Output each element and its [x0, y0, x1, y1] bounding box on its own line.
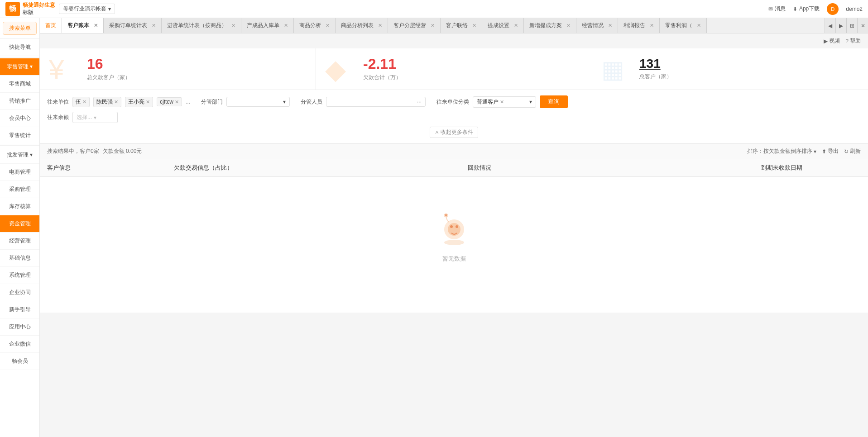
search-menu-button[interactable]: 搜索菜单	[3, 22, 37, 35]
top-bar-left: 畅 畅捷通好生意 标版 母婴行业演示帐套 ▾	[5, 2, 115, 16]
tab-close-all[interactable]: ✕	[857, 18, 868, 33]
sidebar-item-quick-nav[interactable]: 快捷导航	[0, 39, 39, 56]
result-bar-right: 排序：按欠款金额倒序排序 ▾ ⬆ 导出 ↻ 刷新	[747, 147, 861, 155]
filter-tag-close[interactable]: ✕	[146, 99, 150, 105]
sidebar-divider-2	[0, 145, 39, 146]
tab-close-icon[interactable]: ✕	[608, 23, 612, 28]
stat-card-overdue-total: ◆ -2.11 欠款合计（万）	[316, 48, 592, 90]
filter-tag-normal-customer[interactable]: 普通客户 ✕	[477, 98, 504, 106]
tab-retail-profit[interactable]: 零售利润（ ✕	[660, 18, 707, 33]
sort-button[interactable]: 排序：按欠款金额倒序排序 ▾	[747, 147, 816, 155]
sidebar-item-batch-mgmt[interactable]: 批发管理 ▾	[0, 147, 39, 164]
filter-row-2: 往来余额 选择... ▾	[47, 112, 861, 123]
tab-label: 商品分析列表	[341, 22, 374, 29]
tab-business-status[interactable]: 经营情况 ✕	[576, 18, 618, 33]
result-bar-left: 搜索结果中，客户0家 欠款金额 0.00元	[47, 147, 142, 155]
tab-close-icon[interactable]: ✕	[431, 23, 435, 28]
tab-profit-report[interactable]: 利润报告 ✕	[618, 18, 660, 33]
table-section: 客户信息 欠款交易信息（占比） 回款情况 到期未收款日期	[40, 159, 868, 313]
sidebar-item-member-center[interactable]: 会员中心	[0, 110, 39, 127]
export-button[interactable]: ⬆ 导出	[822, 147, 839, 155]
tab-label: 经营情况	[582, 22, 604, 29]
tab-close-icon[interactable]: ✕	[697, 23, 701, 28]
filter-category-select[interactable]: 普通客户 ✕ ▾	[473, 96, 536, 108]
tab-product-analysis-list[interactable]: 商品分析列表 ✕	[336, 18, 388, 33]
stat-label-overdue-customers: 总欠款客户（家）	[87, 74, 305, 81]
filter-tag-wu[interactable]: 伍 ✕	[72, 97, 90, 107]
stats-section: ▶ 视频 ? 帮助 ¥ 16 总欠款客户（家）	[40, 33, 868, 90]
filter-tag-chen[interactable]: 陈民强 ✕	[93, 97, 121, 107]
filter-tag-close[interactable]: ✕	[175, 99, 179, 105]
sidebar-item-inventory[interactable]: 库存核算	[0, 198, 39, 215]
question-icon: ?	[845, 38, 849, 44]
stat-label-overdue-total: 欠款合计（万）	[363, 74, 581, 81]
sidebar-item-new-guide[interactable]: 新手引导	[0, 301, 39, 318]
video-link[interactable]: ▶ 视频	[824, 37, 840, 45]
avatar[interactable]: D	[827, 3, 839, 15]
sidebar-item-retail-mall[interactable]: 零售商城	[0, 76, 39, 93]
sidebar-item-vip-member[interactable]: 畅会员	[0, 353, 39, 370]
filter-balance-input[interactable]: 选择... ▾	[72, 112, 118, 123]
filter-dept-select[interactable]: ▾	[226, 97, 290, 107]
tab-close-icon[interactable]: ✕	[472, 23, 476, 28]
tab-raise-settings[interactable]: 提成设置 ✕	[482, 18, 524, 33]
filter-tag-wang[interactable]: 王小亮 ✕	[125, 97, 153, 107]
tab-purchase-order-stats[interactable]: 采购订单统计表 ✕	[104, 18, 162, 33]
message-icon: ✉	[768, 6, 773, 12]
sidebar-item-sys-mgmt[interactable]: 系统管理	[0, 267, 39, 284]
collapse-button[interactable]: ∧ 收起更多条件	[430, 127, 478, 138]
tab-scroll-left[interactable]: ◀	[825, 18, 835, 33]
tab-close-icon[interactable]: ✕	[378, 23, 382, 28]
tab-expand[interactable]: ⊞	[846, 18, 857, 33]
tab-close-icon[interactable]: ✕	[514, 23, 518, 28]
tab-cost-inbound[interactable]: 产成品入库单 ✕	[241, 18, 294, 33]
filter-tag-close[interactable]: ✕	[82, 99, 86, 105]
refresh-button[interactable]: ↻ 刷新	[844, 147, 861, 155]
sidebar-item-enterprise-wechat[interactable]: 企业微信	[0, 336, 39, 353]
app-download-link[interactable]: ⬇ App下载	[793, 5, 820, 13]
tab-customer-tier[interactable]: 客户分层经营 ✕	[388, 18, 441, 33]
query-button[interactable]: 查询	[540, 95, 568, 108]
sidebar-item-retail-stats[interactable]: 零售统计	[0, 127, 39, 144]
tab-customer-ledger[interactable]: 客户账本 ✕	[62, 18, 104, 33]
tab-home[interactable]: 首页	[40, 18, 62, 33]
sidebar-item-retail-mgmt[interactable]: 零售管理 ▾	[0, 58, 39, 76]
tab-close-icon[interactable]: ✕	[566, 23, 571, 28]
filter-tag-close[interactable]: ✕	[114, 99, 118, 105]
more-icon: ···	[417, 99, 422, 105]
logo-area: 畅 畅捷通好生意 标版	[5, 2, 55, 16]
tab-new-raise-plan[interactable]: 新增提成方案 ✕	[524, 18, 576, 33]
tab-close-icon[interactable]: ✕	[152, 23, 156, 28]
sidebar-item-ecom-mgmt[interactable]: 电商管理	[0, 164, 39, 181]
sidebar-item-basic-info[interactable]: 基础信息	[0, 250, 39, 267]
message-link[interactable]: ✉ 消息	[768, 5, 786, 13]
col-customer-info: 客户信息	[47, 164, 174, 172]
sidebar-item-marketing[interactable]: 营销推广	[0, 93, 39, 110]
sidebar-item-app-center[interactable]: 应用中心	[0, 318, 39, 336]
sidebar-item-finance-mgmt[interactable]: 资金管理	[0, 215, 39, 233]
filter-tag-cjttcw[interactable]: cjttcw ✕	[157, 97, 182, 106]
filter-person-select[interactable]: ···	[326, 97, 426, 107]
help-link[interactable]: ? 帮助	[845, 37, 861, 45]
empty-icon	[436, 213, 472, 249]
account-dropdown[interactable]: 母婴行业演示帐套 ▾	[59, 4, 115, 14]
tab-close-icon[interactable]: ✕	[326, 23, 330, 28]
tab-close-icon[interactable]: ✕	[231, 23, 235, 28]
tab-bar-arrows: ◀ ▶ ⊞ ✕	[825, 18, 868, 33]
tab-product-analysis[interactable]: 商品分析 ✕	[294, 18, 336, 33]
tab-inbound-stats[interactable]: 进货单统计表（按商品） ✕	[162, 18, 241, 33]
tab-close-icon[interactable]: ✕	[94, 23, 98, 28]
tab-close-icon[interactable]: ✕	[650, 23, 654, 28]
tab-label: 客户账本	[67, 22, 89, 29]
sidebar-item-enterprise-collab[interactable]: 企业协同	[0, 284, 39, 301]
sidebar-item-ops-mgmt[interactable]: 经营管理	[0, 233, 39, 250]
tab-close-icon[interactable]: ✕	[284, 23, 288, 28]
chevron-down-icon: ▾	[529, 99, 532, 105]
tab-scroll-right[interactable]: ▶	[835, 18, 846, 33]
sidebar-item-purchase-mgmt[interactable]: 采购管理	[0, 181, 39, 198]
tab-customer-contact[interactable]: 客户联络 ✕	[441, 18, 482, 33]
sidebar-search-area: 搜索菜单	[0, 18, 39, 39]
filter-tag-close-category[interactable]: ✕	[500, 99, 504, 105]
logo-text: 畅捷通好生意 标版	[23, 2, 55, 16]
filter-more-units[interactable]: ...	[186, 99, 190, 105]
